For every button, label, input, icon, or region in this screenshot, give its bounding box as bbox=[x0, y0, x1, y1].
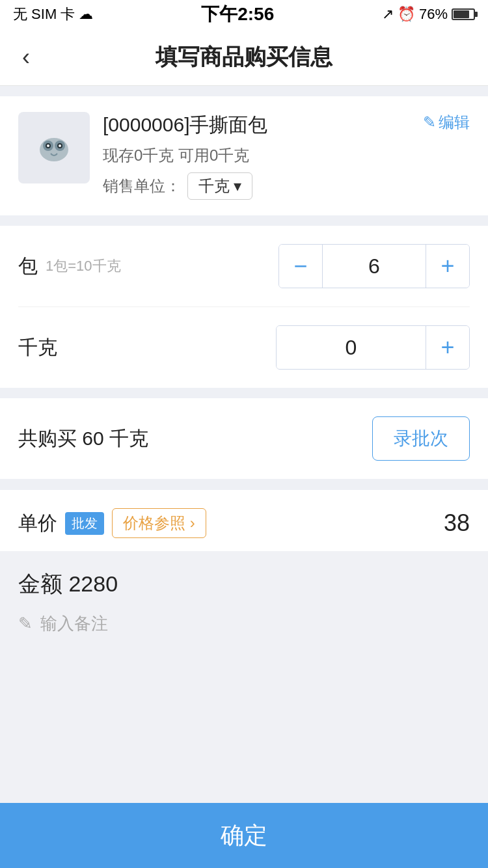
edit-button[interactable]: ✎ 编辑 bbox=[423, 112, 470, 133]
bag-minus-button[interactable]: − bbox=[279, 245, 322, 288]
status-right: ↗ ⏰ 76% bbox=[382, 6, 475, 23]
product-stock: 现存0千克 可用0千克 bbox=[103, 145, 410, 166]
nav-bar: ‹ 填写商品购买信息 bbox=[0, 29, 488, 86]
kg-quantity-control: + bbox=[276, 325, 470, 370]
back-button[interactable]: ‹ bbox=[16, 37, 36, 77]
remark-row[interactable]: ✎ 输入备注 bbox=[18, 612, 470, 635]
price-value: 38 bbox=[444, 509, 470, 537]
kg-plus-button[interactable]: + bbox=[426, 326, 469, 369]
price-section: 单价 批发 价格参照 › 38 bbox=[0, 489, 488, 551]
amount-section: 金额 2280 ✎ 输入备注 bbox=[0, 551, 488, 719]
page-title: 填写商品购买信息 bbox=[156, 42, 332, 72]
batch-button[interactable]: 录批次 bbox=[372, 416, 470, 461]
quantity-section: 包 1包=10千克 − + 千克 + bbox=[0, 226, 488, 388]
product-card: [0000006]手撕面包 现存0千克 可用0千克 销售单位： 千克 ▾ ✎ 编… bbox=[0, 96, 488, 215]
kg-label: 千克 bbox=[18, 334, 57, 361]
remark-placeholder: 输入备注 bbox=[40, 612, 108, 635]
product-unit-row: 销售单位： 千克 ▾ bbox=[103, 172, 410, 200]
battery-icon bbox=[452, 8, 475, 20]
price-label: 单价 批发 价格参照 › bbox=[18, 508, 206, 538]
price-divider bbox=[0, 479, 488, 489]
wholesale-badge: 批发 bbox=[65, 512, 104, 535]
location-icon: ↗ bbox=[382, 6, 394, 23]
edit-icon: ✎ bbox=[423, 113, 436, 131]
alarm-icon: ⏰ bbox=[398, 6, 415, 23]
top-divider bbox=[0, 86, 488, 96]
total-label: 共购买 60 千克 bbox=[18, 426, 148, 452]
kg-quantity-row: 千克 + bbox=[18, 307, 470, 388]
svg-point-5 bbox=[47, 144, 49, 147]
bag-quantity-control: − + bbox=[278, 244, 470, 288]
battery-label: 76% bbox=[419, 6, 448, 23]
sim-label: 无 SIM 卡 ☁ bbox=[13, 5, 93, 24]
section-divider bbox=[0, 388, 488, 398]
kg-quantity-input[interactable] bbox=[277, 326, 426, 369]
svg-point-6 bbox=[59, 144, 61, 147]
svg-point-0 bbox=[40, 138, 68, 161]
confirm-button[interactable]: 确定 bbox=[0, 803, 488, 868]
chevron-down-icon: ▾ bbox=[234, 177, 241, 195]
mid-divider bbox=[0, 215, 488, 226]
status-time: 下午2:56 bbox=[201, 2, 274, 27]
pencil-icon: ✎ bbox=[18, 614, 33, 634]
unit-dropdown[interactable]: 千克 ▾ bbox=[187, 172, 252, 200]
product-thumbnail bbox=[18, 112, 90, 183]
product-info: [0000006]手撕面包 现存0千克 可用0千克 销售单位： 千克 ▾ bbox=[103, 112, 410, 200]
bag-label: 包 1包=10千克 bbox=[18, 253, 121, 280]
bag-quantity-row: 包 1包=10千克 − + bbox=[18, 226, 470, 307]
bag-plus-button[interactable]: + bbox=[426, 245, 469, 288]
status-bar: 无 SIM 卡 ☁ 下午2:56 ↗ ⏰ 76% bbox=[0, 0, 488, 29]
price-row: 单价 批发 价格参照 › 38 bbox=[18, 508, 470, 538]
amount-row: 金额 2280 bbox=[18, 569, 470, 599]
page-spacer bbox=[0, 719, 488, 803]
product-name: [0000006]手撕面包 bbox=[103, 112, 410, 139]
status-left: 无 SIM 卡 ☁ bbox=[13, 5, 93, 24]
price-ref-button[interactable]: 价格参照 › bbox=[112, 508, 206, 538]
unit-label: 销售单位： bbox=[103, 176, 181, 197]
total-row: 共购买 60 千克 录批次 bbox=[0, 398, 488, 479]
bag-quantity-input[interactable] bbox=[322, 245, 426, 288]
